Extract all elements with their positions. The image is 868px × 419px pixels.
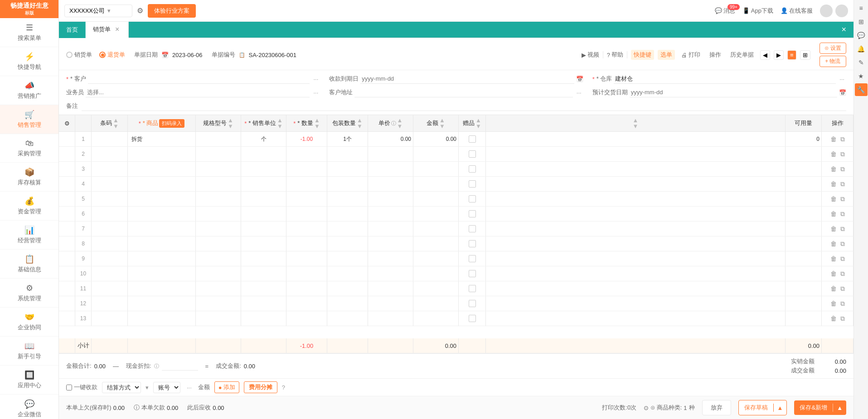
tab-home[interactable]: 首页 <box>59 22 86 38</box>
td-barcode-7[interactable] <box>92 236 128 251</box>
td-gift-8[interactable] <box>459 251 486 266</box>
delete-row-btn-7[interactable]: 🗑 <box>829 239 838 249</box>
gift-checkbox-1[interactable] <box>469 150 476 158</box>
logistics-button[interactable]: + 物流 <box>820 56 846 67</box>
payment-calendar-icon[interactable]: 📅 <box>576 76 583 82</box>
delete-row-btn-2[interactable]: 🗑 <box>829 164 838 174</box>
td-gift-0[interactable] <box>459 132 486 146</box>
delete-row-btn-9[interactable]: 🗑 <box>829 269 838 279</box>
payment-due-input[interactable] <box>360 74 574 84</box>
user-avatar-2[interactable] <box>835 5 848 17</box>
gift-checkbox-6[interactable] <box>469 225 476 232</box>
gift-checkbox-3[interactable] <box>469 180 476 188</box>
tab-sales-order[interactable]: 销货单 × <box>86 22 129 38</box>
td-gift-11[interactable] <box>459 296 486 311</box>
gift-checkbox-5[interactable] <box>469 210 476 217</box>
warehouse-input[interactable] <box>614 74 836 84</box>
topbar-gear-icon[interactable]: ⚙ <box>137 6 143 15</box>
th-gear[interactable]: ⚙ <box>59 115 75 131</box>
return-order-radio[interactable]: 退货单 <box>99 51 125 59</box>
toolbar-help[interactable]: ? 帮助 <box>607 51 623 59</box>
gift-checkbox-8[interactable] <box>469 255 476 262</box>
td-barcode-6[interactable] <box>92 222 128 236</box>
warehouse-more-icon[interactable]: ··· <box>838 76 846 82</box>
payment-method-select[interactable]: 结算方式 <box>102 382 141 393</box>
sidebar-item-enterprise[interactable]: 🤝 企业协同 <box>0 308 58 337</box>
td-gift-5[interactable] <box>459 207 486 221</box>
delete-row-btn-6[interactable]: 🗑 <box>829 224 838 234</box>
gift-checkbox-9[interactable] <box>469 270 476 277</box>
td-barcode-8[interactable] <box>92 251 128 266</box>
delete-row-btn-10[interactable]: 🗑 <box>829 284 838 294</box>
scan-button[interactable]: 扫码录入 <box>159 119 184 128</box>
td-barcode-4[interactable] <box>92 192 128 206</box>
td-barcode-10[interactable] <box>92 281 128 296</box>
delete-row-btn-0[interactable]: 🗑 <box>829 135 838 144</box>
product-type[interactable]: ⊙ ⊙ 商品种类: 1 种 <box>644 404 694 412</box>
copy-row-btn-2[interactable]: ⧉ <box>839 164 846 174</box>
sidebar-item-search[interactable]: ☰ 搜索菜单 <box>0 18 58 47</box>
remark-input[interactable] <box>82 101 846 111</box>
addr-more-icon[interactable]: ··· <box>575 89 583 96</box>
user-avatar[interactable] <box>820 5 833 17</box>
toolbar-print[interactable]: 🖨 打印 <box>679 50 703 60</box>
copy-row-btn-6[interactable]: ⧉ <box>839 224 846 234</box>
delete-row-btn-11[interactable]: 🗑 <box>829 299 838 308</box>
td-barcode-9[interactable] <box>92 266 128 281</box>
barcode-input-9[interactable] <box>93 270 126 277</box>
salesperson-input[interactable] <box>86 87 310 97</box>
gift-checkbox-7[interactable] <box>469 240 476 247</box>
message-button[interactable]: 💬 消息 99+ <box>715 7 735 15</box>
td-gift-12[interactable] <box>459 311 486 326</box>
add-payment-button[interactable]: ● 添加 <box>214 381 239 393</box>
td-barcode-11[interactable] <box>92 296 128 311</box>
customer-input[interactable] <box>88 74 310 84</box>
discount-input[interactable] <box>162 361 198 371</box>
barcode-input-3[interactable] <box>93 181 126 187</box>
barcode-input-11[interactable] <box>93 300 126 307</box>
copy-row-btn-4[interactable]: ⧉ <box>839 194 846 204</box>
barcode-input-10[interactable] <box>93 285 126 292</box>
barcode-input-1[interactable] <box>93 151 126 157</box>
trial-button[interactable]: 体验行业方案 <box>148 4 196 18</box>
gift-checkbox-4[interactable] <box>469 195 476 202</box>
payment-more-icon[interactable]: ··· <box>185 384 194 391</box>
td-gift-7[interactable] <box>459 236 486 251</box>
rp-btn-7[interactable]: 🔧 <box>855 83 868 96</box>
copy-row-btn-9[interactable]: ⧉ <box>839 269 846 279</box>
barcode-input-2[interactable] <box>93 166 126 172</box>
barcode-input-8[interactable] <box>93 255 126 262</box>
setting-button[interactable]: ⊙ 设置 <box>820 43 846 54</box>
td-gift-2[interactable] <box>459 162 486 176</box>
td-gift-3[interactable] <box>459 177 486 191</box>
barcode-input-5[interactable] <box>93 211 126 217</box>
gift-checkbox-11[interactable] <box>469 300 476 307</box>
copy-row-btn-7[interactable]: ⧉ <box>839 239 846 249</box>
copy-row-btn-3[interactable]: ⧉ <box>839 179 846 189</box>
delete-row-btn-1[interactable]: 🗑 <box>829 149 838 159</box>
toolbar-operate[interactable]: 操作 <box>707 50 724 60</box>
copy-row-btn-5[interactable]: ⧉ <box>839 209 846 219</box>
delete-row-btn-12[interactable]: 🗑 <box>829 314 838 323</box>
td-barcode-3[interactable] <box>92 177 128 191</box>
rp-btn-5[interactable]: ✎ <box>855 56 868 69</box>
customer-more-icon[interactable]: ··· <box>311 76 320 82</box>
tab-close-button[interactable]: × <box>113 25 121 34</box>
sidebar-item-marketing[interactable]: 📣 营销推广 <box>0 76 58 105</box>
td-barcode-2[interactable] <box>92 162 128 176</box>
gift-checkbox-12[interactable] <box>469 315 476 322</box>
toolbar-shortcut[interactable]: 快捷键 <box>631 50 654 60</box>
sidebar-item-quicknav[interactable]: ⚡ 快捷导航 <box>0 47 58 76</box>
td-barcode-5[interactable] <box>92 207 128 221</box>
td-gift-6[interactable] <box>459 222 486 236</box>
delete-row-btn-3[interactable]: 🗑 <box>829 179 838 189</box>
save-new-button[interactable]: 保存&新增 ▲ <box>794 400 846 415</box>
sidebar-item-inventory[interactable]: 📦 库存核算 <box>0 163 58 192</box>
td-barcode-1[interactable] <box>92 147 128 161</box>
copy-row-btn-11[interactable]: ⧉ <box>839 299 846 308</box>
rp-btn-6[interactable]: ★ <box>855 70 868 82</box>
sidebar-item-finance[interactable]: 💰 资金管理 <box>0 192 58 221</box>
td-barcode-12[interactable] <box>92 311 128 326</box>
copy-row-btn-1[interactable]: ⧉ <box>839 149 846 159</box>
barcode-input-0[interactable] <box>93 136 126 142</box>
